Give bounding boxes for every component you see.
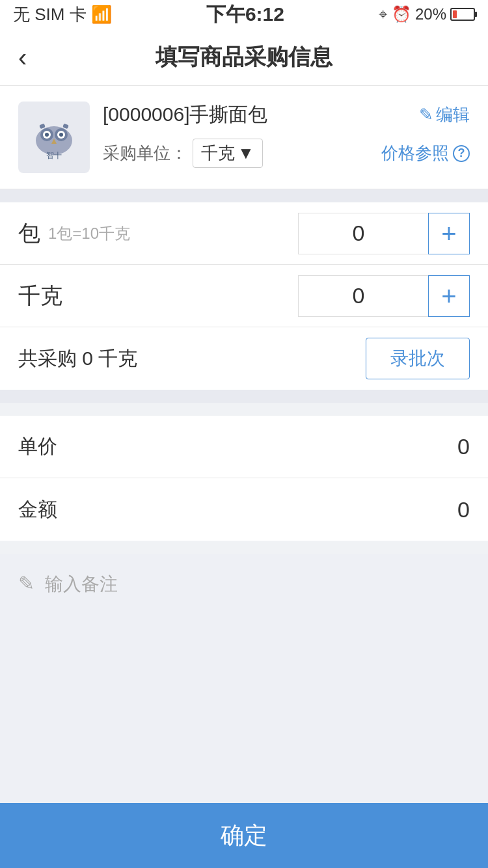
- package-hint: 1包=10千克: [48, 223, 130, 244]
- unit-price-row: 单价 0: [0, 416, 488, 478]
- svg-text:智十: 智十: [46, 151, 62, 160]
- notes-section[interactable]: ✎ 输入备注: [0, 554, 488, 658]
- location-icon: ⌖: [379, 5, 388, 23]
- edit-icon: ✎: [419, 105, 433, 125]
- kg-unit-label: 千克: [18, 281, 62, 311]
- unit-price-value: 0: [457, 434, 470, 459]
- pencil-icon: ✎: [18, 572, 34, 595]
- unit-select[interactable]: 千克 ▼: [193, 139, 263, 168]
- package-unit-label: 包: [18, 219, 40, 249]
- confirm-label: 确定: [221, 820, 267, 852]
- section-divider-1: [0, 189, 488, 202]
- product-name-row: [0000006]手撕面包 ✎ 编辑: [103, 102, 470, 128]
- battery-icon: [450, 8, 475, 21]
- alarm-icon: ⏰: [392, 5, 411, 23]
- unit-price-label: 单价: [18, 433, 57, 460]
- svg-rect-8: [39, 124, 46, 129]
- product-card: 智十 [0000006]手撕面包 ✎ 编辑 采购单位： 千克 ▼ 价格参照 ?: [0, 86, 488, 189]
- record-batch-button[interactable]: 录批次: [366, 338, 470, 379]
- chevron-down-icon: ▼: [237, 143, 254, 163]
- section-divider-2: [0, 390, 488, 403]
- product-info: [0000006]手撕面包 ✎ 编辑 采购单位： 千克 ▼ 价格参照 ?: [103, 102, 470, 168]
- svg-point-6: [59, 133, 63, 137]
- status-time: 下午6:12: [206, 1, 284, 28]
- edit-button[interactable]: ✎ 编辑: [419, 103, 470, 126]
- back-button[interactable]: ‹: [18, 44, 27, 70]
- status-carrier: 无 SIM 卡 📶: [13, 3, 112, 26]
- product-thumbnail: 智十: [18, 102, 90, 173]
- kg-plus-button[interactable]: +: [428, 275, 470, 317]
- help-icon: ?: [453, 145, 470, 162]
- svg-point-5: [45, 133, 49, 137]
- package-input-row: 包 1包=10千克 +: [0, 202, 488, 265]
- confirm-button[interactable]: 确定: [0, 803, 488, 868]
- unit-row: 采购单位： 千克 ▼ 价格参照 ?: [103, 139, 470, 168]
- price-info-section: 单价 0 金额 0: [0, 416, 488, 541]
- input-section: 包 1包=10千克 + 千克 + 共采购 0 千克 录批次: [0, 202, 488, 390]
- battery-percentage: 20%: [415, 5, 446, 23]
- svg-rect-9: [62, 124, 69, 129]
- total-label: 共采购 0 千克: [18, 346, 137, 372]
- product-name: [0000006]手撕面包: [103, 102, 267, 128]
- package-quantity-input[interactable]: [298, 213, 428, 254]
- notes-placeholder: 输入备注: [45, 572, 118, 597]
- kg-input-row: 千克 +: [0, 265, 488, 327]
- price-reference-button[interactable]: 价格参照 ?: [381, 142, 470, 165]
- kg-quantity-input[interactable]: [298, 275, 428, 317]
- unit-label: 采购单位：: [103, 142, 187, 165]
- status-bar: 无 SIM 卡 📶 下午6:12 ⌖ ⏰ 20%: [0, 0, 488, 29]
- status-icons: ⌖ ⏰ 20%: [379, 5, 475, 23]
- package-plus-button[interactable]: +: [428, 213, 470, 254]
- nav-bar: ‹ 填写商品采购信息: [0, 29, 488, 86]
- amount-row: 金额 0: [0, 478, 488, 541]
- page-title: 填写商品采购信息: [156, 42, 332, 72]
- amount-label: 金额: [18, 496, 57, 523]
- brand-logo: 智十: [28, 111, 80, 163]
- amount-value: 0: [457, 497, 470, 522]
- total-row: 共采购 0 千克 录批次: [0, 327, 488, 390]
